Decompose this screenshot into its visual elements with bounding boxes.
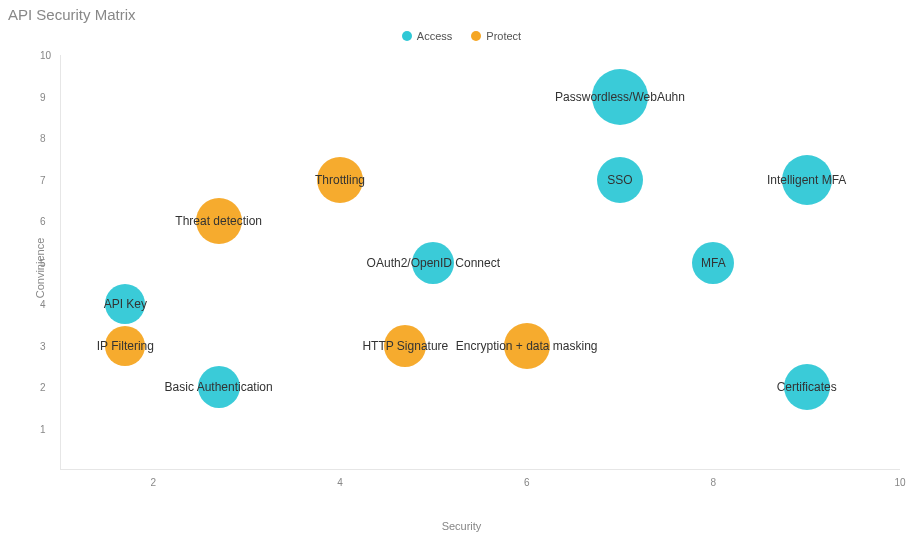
x-tick: 2 [151, 477, 157, 488]
bubble-access [198, 366, 240, 408]
y-tick: 4 [40, 299, 46, 310]
y-tick: 7 [40, 174, 46, 185]
y-tick: 2 [40, 382, 46, 393]
y-tick: 5 [40, 257, 46, 268]
x-tick: 8 [711, 477, 717, 488]
x-tick: 4 [337, 477, 343, 488]
bubble-access [782, 155, 832, 205]
legend-item-access: Access [402, 30, 452, 42]
legend-label-access: Access [417, 30, 452, 42]
bubble-protect [317, 157, 363, 203]
x-tick: 6 [524, 477, 530, 488]
y-tick: 10 [40, 50, 51, 61]
legend-dot-protect [471, 31, 481, 41]
y-tick: 9 [40, 91, 46, 102]
legend-item-protect: Protect [471, 30, 521, 42]
x-axis-line [60, 469, 900, 470]
y-tick: 6 [40, 216, 46, 227]
y-tick: 8 [40, 133, 46, 144]
y-axis-line [60, 55, 61, 470]
legend: Access Protect [0, 30, 923, 43]
x-tick: 10 [894, 477, 905, 488]
y-tick: 1 [40, 423, 46, 434]
bubble-access [692, 242, 734, 284]
bubble-protect [384, 325, 426, 367]
plot-area: 24681012345678910API KeyBasic Authentica… [60, 55, 900, 470]
y-tick: 3 [40, 340, 46, 351]
bubble-protect [105, 326, 145, 366]
bubble-access [592, 69, 648, 125]
page-title: API Security Matrix [8, 6, 136, 23]
bubble-access [784, 364, 830, 410]
bubble-protect [196, 198, 242, 244]
bubble-protect [504, 323, 550, 369]
legend-dot-access [402, 31, 412, 41]
bubble-access [597, 157, 643, 203]
bubble-access [105, 284, 145, 324]
y-axis-label: Convinience [34, 238, 46, 299]
legend-label-protect: Protect [486, 30, 521, 42]
x-axis-label: Security [442, 520, 482, 532]
bubble-access [412, 242, 454, 284]
